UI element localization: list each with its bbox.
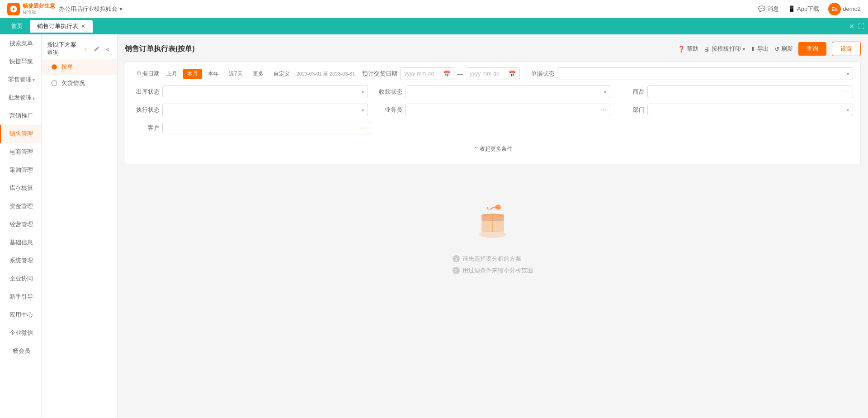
sidebar-item-basic-info[interactable]: 基础信息 <box>0 233 41 252</box>
print-icon: 🖨 <box>704 46 710 52</box>
search-row-3: 执行状态 ▾ 业务员 ··· 部门 <box>132 104 853 116</box>
shortage-label: 欠货情况 <box>61 79 85 87</box>
tab-home-label: 首页 <box>11 22 23 30</box>
add-scheme-btn[interactable]: + <box>82 45 90 53</box>
refresh-icon: ↺ <box>774 46 779 52</box>
sidebar-item-app-center[interactable]: 应用中心 <box>0 306 41 324</box>
empty-tips: 1 请先选择要分析的方案 2 用过滤条件来缩小分析范围 <box>453 255 533 275</box>
refresh-btn[interactable]: ↺ 刷新 <box>774 45 793 53</box>
sidebar-item-business[interactable]: 经营管理 <box>0 215 41 233</box>
message-action[interactable]: 💬 消息 <box>758 5 779 13</box>
sidebar-item-purchase[interactable]: 采购管理 <box>0 161 41 179</box>
expected-date-range: yyyy-mm-dd 📅 — yyyy-mm-dd 📅 <box>400 67 520 80</box>
calendar-start-icon: 📅 <box>443 71 450 77</box>
settings-btn[interactable]: 设置 <box>832 42 861 56</box>
sidebar-item-search[interactable]: 搜索菜单 <box>0 34 41 52</box>
search-row-4: 客户 ··· <box>132 122 853 134</box>
execution-status-label: 执行状态 <box>132 106 160 114</box>
salesman-label: 业务员 <box>375 106 402 114</box>
quick-this-year[interactable]: 本年 <box>204 69 223 79</box>
goods-label: 商品 <box>618 88 645 96</box>
collapse-panel-btn[interactable]: « <box>104 45 112 53</box>
collapse-up-icon: ⌃ <box>473 146 478 152</box>
right-main: 销售订单执行表(按单) ❓ 帮助 🖨 按模板打印 ▾ ⬇ 导出 ↺ 刷新 <box>118 34 868 418</box>
sidebar-label-finance: 资金管理 <box>9 202 33 210</box>
tab-close-btn[interactable]: ✕ <box>849 23 854 30</box>
quick-more[interactable]: 更多 <box>249 69 268 79</box>
top-header: 畅捷通好生意 标准版 办公用品行业模拟账套 ▾ 💬 消息 📱 App下载 Ea … <box>0 0 868 18</box>
sidebar-label-wholesale: 批发管理 <box>8 94 32 102</box>
sidebar-item-finance[interactable]: 资金管理 <box>0 197 41 215</box>
sidebar-item-guide[interactable]: 新手引导 <box>0 288 41 306</box>
main-content: 按以下方案查询 + « 按单 欠货情况 销售订单执行表(按单) ❓ <box>42 34 868 418</box>
execution-status-select[interactable]: ▾ <box>162 104 368 116</box>
sidebar-item-inventory[interactable]: 库存核算 <box>0 179 41 197</box>
sidebar-item-wholesale[interactable]: 批发管理 ▴ <box>0 89 41 107</box>
delivery-status-select[interactable]: ▾ <box>162 86 368 98</box>
sidebar-item-ecommerce[interactable]: 电商管理 <box>0 143 41 161</box>
header-right: 💬 消息 📱 App下载 Ea demo2 <box>758 3 861 15</box>
tip-1-num: 1 <box>453 255 460 262</box>
status-select[interactable]: ▾ <box>557 67 853 80</box>
retail-expand-icon: ▾ <box>33 77 35 82</box>
logo-icon <box>7 3 20 15</box>
quick-custom[interactable]: 自定义 <box>269 69 294 79</box>
expected-date-field: 预计交货日期 yyyy-mm-dd 📅 — yyyy-mm-dd 📅 <box>362 67 520 80</box>
export-btn[interactable]: ⬇ 导出 <box>750 45 769 53</box>
user-area[interactable]: Ea demo2 <box>828 3 861 15</box>
tab-controls: ✕ ⛶ <box>849 23 864 30</box>
menu-path[interactable]: 办公用品行业模拟账套 ▾ <box>59 5 123 13</box>
date-separator: — <box>457 71 463 77</box>
tip-2-text: 用过滤条件来缩小分析范围 <box>462 266 533 275</box>
sidebar-label-inventory: 库存核算 <box>9 184 33 192</box>
search-container: 单据日期 上月 本月 本年 近7天 更多 自定义 2023-03-01 至 20… <box>125 62 861 164</box>
sidebar-label-wechat: 企业微信 <box>9 329 33 337</box>
tab-bar: 首页 销售订单执行表 ✕ ✕ ⛶ <box>0 18 868 34</box>
execution-caret-icon: ▾ <box>362 108 364 113</box>
sidebar-item-sales[interactable]: 销售管理 <box>0 125 41 143</box>
search-btn[interactable]: 查询 <box>798 42 826 56</box>
sidebar-item-enterprise[interactable]: 企业协同 <box>0 270 41 288</box>
salesman-select[interactable]: ··· <box>405 104 611 116</box>
search-row-2: 出库状态 ▾ 收款状态 ▾ 商品 <box>132 86 853 98</box>
tip-2-num: 2 <box>453 267 460 274</box>
sidebar-item-vip[interactable]: 畅会员 <box>0 342 41 360</box>
header-left: 畅捷通好生意 标准版 办公用品行业模拟账套 ▾ <box>7 3 123 15</box>
tab-home[interactable]: 首页 <box>4 20 30 33</box>
logo-main-text: 畅捷通好生意 <box>23 3 55 9</box>
sidebar-item-marketing[interactable]: 营销推广 <box>0 107 41 125</box>
sidebar-item-wechat[interactable]: 企业微信 <box>0 324 41 342</box>
sidebar-item-retail[interactable]: 零售管理 ▾ <box>0 71 41 89</box>
sidebar-label-purchase: 采购管理 <box>9 166 33 174</box>
expected-date-start[interactable]: yyyy-mm-dd 📅 <box>400 67 454 80</box>
print-arrow-icon: ▾ <box>743 47 745 52</box>
sidebar-label-sales: 销售管理 <box>9 130 33 138</box>
sidebar-label-quick-nav: 快捷导航 <box>9 57 33 66</box>
tip-1-text: 请先选择要分析的方案 <box>462 255 521 263</box>
sidebar-item-system[interactable]: 系统管理 <box>0 252 41 270</box>
app-download-action[interactable]: 📱 App下载 <box>788 5 819 13</box>
quick-7days[interactable]: 近7天 <box>225 69 247 79</box>
edit-scheme-btn[interactable] <box>93 45 101 53</box>
avatar: Ea <box>828 3 841 15</box>
quick-last-month[interactable]: 上月 <box>162 69 181 79</box>
customer-select[interactable]: ··· <box>162 122 370 134</box>
sub-menu-by-order[interactable]: 按单 <box>42 59 117 75</box>
sub-menu-shortage[interactable]: 欠货情况 <box>42 75 117 91</box>
tab-expand-btn[interactable]: ⛶ <box>858 23 864 30</box>
collapse-row: ⌃ 收起更多条件 <box>132 140 853 158</box>
sidebar-item-quick-nav[interactable]: 快捷导航 <box>0 52 41 71</box>
expected-date-end[interactable]: yyyy-mm-dd 📅 <box>466 67 520 80</box>
sidebar-label-business: 经营管理 <box>9 220 33 228</box>
dept-caret-icon: ▾ <box>847 108 849 113</box>
goods-select[interactable]: ··· <box>647 86 853 98</box>
quick-this-month[interactable]: 本月 <box>183 69 202 79</box>
collapse-btn[interactable]: ⌃ 收起更多条件 <box>473 143 512 155</box>
dept-select[interactable]: ▾ <box>647 104 853 116</box>
tab-close-icon[interactable]: ✕ <box>81 23 85 29</box>
print-btn[interactable]: 🖨 按模板打印 ▾ <box>704 45 745 53</box>
tab-sales-order[interactable]: 销售订单执行表 ✕ <box>30 20 93 33</box>
help-btn[interactable]: ❓ 帮助 <box>678 45 698 53</box>
payment-status-select[interactable]: ▾ <box>405 86 611 98</box>
by-order-icon <box>51 63 58 71</box>
